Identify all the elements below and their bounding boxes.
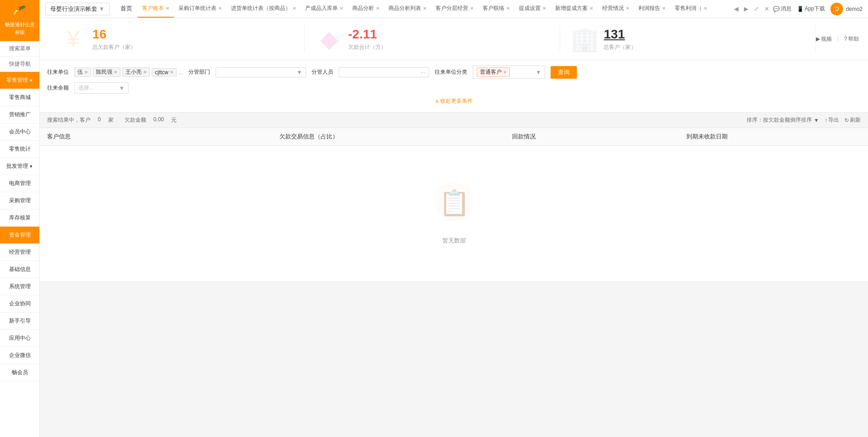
help-link[interactable]: ? 帮助 [844,35,859,43]
tab-goods-analysis-list[interactable]: 商品分析列表 ✕ [384,0,431,18]
more-tags-btn[interactable]: ... [178,69,183,76]
col-overdue-date: 到期未收款日期 [686,133,861,141]
close-icon[interactable]: ✕ [143,70,147,75]
tab-operation[interactable]: 经营情况 ✕ [598,0,634,18]
collapse-btn[interactable]: ∧ 收起更多条件 [47,97,861,105]
close-icon[interactable]: ✕ [114,70,117,75]
help-icon: ? [844,36,847,42]
tab-customer-segment[interactable]: 客户分层经营 ✕ [431,0,478,18]
sidebar-item-retail-mall[interactable]: 零售商城 [0,89,39,106]
close-icon[interactable]: ✕ [704,6,707,11]
filter-row-2: 往来余额 选择... ▼ [47,82,861,94]
filter-tag-3[interactable]: cjttcw ✕ [152,68,177,76]
ellipsis-btn[interactable]: ··· [421,69,425,76]
close-icon[interactable]: ✕ [166,6,169,11]
close-icon[interactable]: ✕ [626,6,629,11]
close-icon[interactable]: ✕ [542,6,546,11]
video-link[interactable]: ▶ 视频 [816,35,832,43]
col-repayment: 回款情况 [512,133,686,141]
tab-home[interactable]: 首页 [115,0,138,18]
sidebar-quick-nav[interactable]: 快捷导航 [0,57,39,72]
sidebar-item-basic-info[interactable]: 基础信息 [0,261,39,278]
filter-label-person: 分管人员 [312,68,333,76]
username-label: demo2 [846,6,863,12]
unit-class-select[interactable]: 普通客户 ✕ ▼ [473,66,545,79]
sidebar-logo[interactable]: 🍊 畅捷通好生意 标版 [0,0,39,41]
sidebar-item-finance[interactable]: 资金管理 [0,227,39,244]
stat-card-total: 🏢 131 总客户（家） [560,25,816,52]
filter-tag-0[interactable]: 伍 ✕ [74,67,91,77]
balance-select[interactable]: 选择... ▼ [74,82,129,94]
sidebar-item-ecommerce[interactable]: 电商管理 [0,175,39,192]
topbar-actions: 💬 消息 📱 App下载 D demo2 [773,3,863,15]
tab-customer-contact[interactable]: 客户联络 ✕ [478,0,514,18]
close-icon[interactable]: ✕ [293,6,296,11]
close-icon[interactable]: ✕ [376,6,379,11]
tab-label: 经营情况 [602,5,624,12]
tab-raise-settings[interactable]: 提成设置 ✕ [514,0,551,18]
close-icon[interactable]: ✕ [503,70,507,75]
sidebar-item-member-vip[interactable]: 畅会员 [0,364,39,381]
tab-purchase-order[interactable]: 采购订单统计表 ✕ [174,0,226,18]
sort-select[interactable]: 排序：按欠款金额倒序排序 ▼ [747,116,819,124]
export-btn[interactable]: ↑ 导出 [825,116,839,124]
tab-close-all[interactable]: ✕ [762,5,771,12]
tab-new-raise-plan[interactable]: 新增提成方案 ✕ [551,0,598,18]
balance-placeholder: 选择... [78,84,94,92]
message-btn[interactable]: 💬 消息 [773,5,791,13]
close-icon[interactable]: ✕ [423,6,427,11]
sidebar-item-member[interactable]: 会员中心 [0,124,39,141]
stat-info-total: 131 总客户（家） [604,27,805,51]
sidebar-item-enterprise-wx[interactable]: 企业微信 [0,347,39,364]
refresh-btn[interactable]: ↻ 刷新 [844,116,861,124]
filter-tag-2[interactable]: 王小亮 ✕ [122,67,150,77]
tab-label: 采购订单统计表 [178,5,216,12]
sidebar-item-inventory[interactable]: 库存核算 [0,209,39,227]
dept-select[interactable]: ▼ [216,67,306,77]
close-icon[interactable]: ✕ [170,70,173,75]
sidebar-item-new-guide[interactable]: 新手引导 [0,313,39,330]
close-icon[interactable]: ✕ [218,6,222,11]
close-icon[interactable]: ✕ [590,6,593,11]
query-button[interactable]: 查询 [551,66,577,79]
close-icon[interactable]: ✕ [506,6,510,11]
tab-customer[interactable]: 客户账本 ✕ [138,0,174,18]
sidebar-item-purchase[interactable]: 采购管理 [0,192,39,209]
sidebar-item-app-center[interactable]: 应用中心 [0,330,39,347]
close-icon[interactable]: ✕ [84,70,88,75]
building-icon: 🏢 [571,25,598,52]
unit-class-tag-0[interactable]: 普通客户 ✕ [477,67,510,77]
sort-label: 排序：按欠款金额倒序排序 [747,116,812,124]
close-icon[interactable]: ✕ [470,6,474,11]
filter-tags-unit: 伍 ✕ 陈民强 ✕ 王小亮 ✕ cjttcw ✕ [74,67,183,77]
user-menu-btn[interactable]: D demo2 [830,3,863,15]
tab-scroll-left[interactable]: ◀ [732,5,740,12]
tab-maximize[interactable]: ⤢ [752,5,761,12]
sidebar-item-marketing[interactable]: 营销推广 [0,106,39,124]
sidebar-item-wholesale[interactable]: 批发管理 ▼ [0,158,39,175]
sidebar-item-operation-mgmt[interactable]: 经营管理 [0,244,39,261]
sidebar-item-retail[interactable]: 零售管理 ▼ [0,72,39,89]
sidebar-search[interactable]: 搜索菜单 [0,41,39,57]
logo-icon: 🍊 [4,5,36,20]
chevron-down-icon: ▼ [119,85,125,91]
tab-label: 新增提成方案 [555,5,588,12]
sidebar-item-retail-stat[interactable]: 零售统计 [0,141,39,158]
tab-scroll-right[interactable]: ▶ [742,5,750,12]
close-icon[interactable]: ✕ [662,6,666,11]
account-dropdown[interactable]: 母婴行业演示帐套 ▼ [45,3,110,15]
refresh-label: 刷新 [850,116,861,124]
sidebar-item-system[interactable]: 系统管理 [0,278,39,295]
tab-goods-analysis[interactable]: 商品分析 ✕ [348,0,384,18]
tab-retail-profit[interactable]: 零售利润（ ✕ [670,0,712,18]
app-download-btn[interactable]: 📱 App下载 [797,5,825,13]
close-icon[interactable]: ✕ [340,6,343,11]
tab-profit-report[interactable]: 利润报告 ✕ [634,0,670,18]
person-select[interactable]: ··· [339,67,429,77]
tab-stock-in[interactable]: 进货单统计表（按商品） ✕ [226,0,301,18]
result-amount: 0.00 [153,116,164,124]
table-header: 客户信息 欠款交易信息（占比） 回款情况 到期未收款日期 [40,128,868,146]
sidebar-item-enterprise[interactable]: 企业协同 [0,295,39,313]
filter-tag-1[interactable]: 陈民强 ✕ [93,67,120,77]
tab-product-in[interactable]: 产成品入库单 ✕ [301,0,348,18]
